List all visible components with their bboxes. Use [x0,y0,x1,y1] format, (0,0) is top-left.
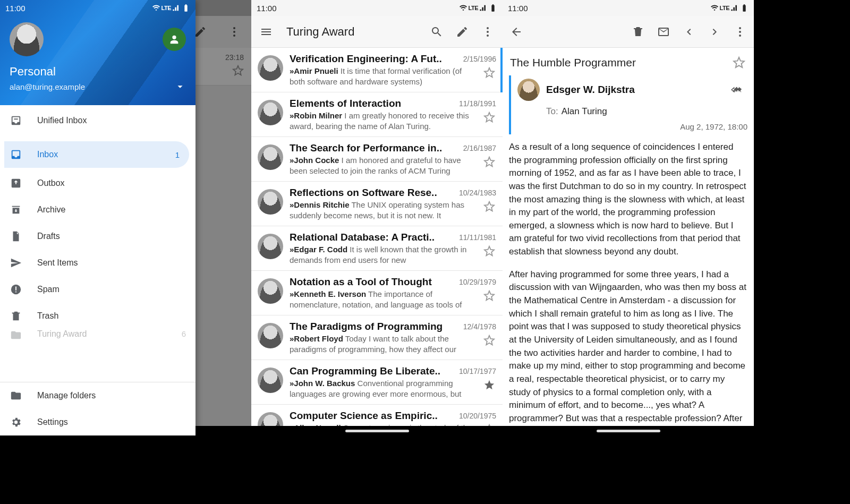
status-time: 11:00 [508,4,528,13]
sender-avatar[interactable] [258,368,283,393]
mail-date: 10/20/1975 [459,410,496,420]
mail-item[interactable]: Can Programming Be Liberate.. 10/17/1977… [251,360,503,405]
sender-avatar[interactable] [258,55,283,81]
inbox-count-badge: 1 [175,150,180,159]
menu-button[interactable] [256,21,277,42]
mail-item[interactable]: Elements of Interaction 11/18/1991 »Robi… [251,92,503,137]
message-header: Edsger W. Dijkstra To: Alan Turing Aug 2… [509,75,747,134]
message-date: Aug 2, 1972, 18:00 [517,122,747,131]
drawer-item-spam[interactable]: Spam [0,276,196,303]
mail-item[interactable]: Relational Database: A Practi.. 11/11/19… [251,226,503,271]
lte-label: LTE [469,5,478,11]
error-icon [10,284,22,295]
to-name: Alan Turing [562,106,607,117]
sender-avatar[interactable] [258,189,283,215]
body-paragraph-1: As a result of a long sequence of coinci… [509,141,747,259]
mail-item[interactable]: The Paradigms of Programming 12/4/1978 »… [251,315,503,360]
drawer-item-sent[interactable]: Sent Items [0,250,196,276]
account-avatar[interactable] [10,22,44,56]
star-outline-icon[interactable] [483,110,496,125]
mail-date: 10/24/1983 [459,187,496,197]
mail-date: 10/17/1977 [459,365,496,375]
mail-subject: Verification Engineering: A Fut.. [290,53,459,65]
drawer-item-inbox[interactable]: Inbox 1 [4,141,189,168]
mail-list[interactable]: Verification Engineering: A Fut.. 2/15/1… [251,48,503,434]
gesture-pill[interactable] [345,430,409,432]
account-name: Personal [10,65,186,79]
status-time: 11:00 [257,4,277,13]
mark-unread-button[interactable] [653,21,674,42]
star-outline-icon[interactable] [483,155,496,170]
star-outline-icon[interactable] [483,200,496,215]
mail-preview: »Edgar F. Codd It is well known that the… [290,244,479,265]
compose-button[interactable] [452,21,473,42]
status-bar: 11:00 LTE [251,0,503,16]
drawer-bottom: Manage folders Settings [0,382,196,435]
message-area: The Humble Programmer Edsger W. Dijkstra… [503,48,754,434]
message-body: As a result of a long sequence of coinci… [509,141,747,434]
sender-avatar[interactable] [258,234,283,259]
status-bar: 11:00 LTE [503,0,754,16]
account-switcher[interactable]: alan@turing.example [10,81,186,92]
search-button[interactable] [426,21,447,42]
mail-item[interactable]: Verification Engineering: A Fut.. 2/15/1… [251,48,503,92]
add-account-button[interactable] [163,28,186,51]
trash-icon [10,310,22,322]
outbox-icon [10,177,22,189]
star-button[interactable] [732,55,746,70]
folder-title: Turing Award [281,25,422,39]
mail-item[interactable]: The Search for Performance in.. 2/16/198… [251,137,503,182]
inbox-combined-icon [10,115,22,126]
mail-date: 11/11/1981 [459,232,496,242]
mail-subject: Computer Science as Empiric.. [290,410,455,422]
phone-message-view: 11:00 LTE The Humble Programmer Edsge [503,0,754,435]
drawer-item-settings[interactable]: Settings [0,409,196,435]
lte-label: LTE [720,5,729,11]
drawer-item-manage-folders[interactable]: Manage folders [0,382,196,409]
more-button[interactable] [477,21,498,42]
appbar: Turing Award [251,16,503,48]
more-button[interactable] [729,21,751,42]
navigation-drawer: 11:00 LTE Personal alan@turing.example [0,0,196,435]
archive-icon [10,204,22,216]
sender-avatar[interactable] [258,144,283,170]
star-outline-icon[interactable] [483,66,496,81]
message-subject: The Humble Programmer [510,56,727,69]
mail-subject: Notation as a Tool of Thought [290,276,455,288]
gesture-pill[interactable] [597,430,660,432]
drawer-item-turing-award[interactable]: Turing Award 6 [0,329,196,341]
mail-date: 10/29/1979 [459,276,496,286]
settings-icon [10,416,22,428]
drawer-item-trash[interactable]: Trash [0,303,196,329]
star-filled-icon[interactable] [483,378,496,393]
file-icon [10,230,22,242]
mail-preview: »Dennis Ritchie The UNIX operating syste… [290,200,479,220]
sender-avatar[interactable] [258,323,283,348]
mail-item[interactable]: Notation as a Tool of Thought 10/29/1979… [251,271,503,315]
folder-icon [10,329,22,341]
next-message-button[interactable] [704,21,725,42]
star-outline-icon[interactable] [483,334,496,348]
system-nav-bar [251,426,503,435]
mail-date: 2/15/1996 [463,53,496,63]
delete-button[interactable] [627,21,649,42]
mail-preview: »Amir Pnueli It is time that formal veri… [290,66,479,87]
phone-navigation-drawer: 23:18 new K-9 ou like it. 11:00 LTE [0,0,251,435]
signal-icon [172,4,181,12]
battery-icon [740,4,749,12]
mail-item[interactable]: Reflections on Software Rese.. 10/24/198… [251,182,503,226]
sender-avatar[interactable] [517,79,540,101]
sender-avatar[interactable] [258,278,283,304]
reply-all-button[interactable] [726,79,747,100]
star-outline-icon[interactable] [483,244,496,259]
back-button[interactable] [506,21,527,42]
drawer-item-outbox[interactable]: Outbox [0,170,196,197]
sender-avatar[interactable] [258,100,283,125]
signal-icon [479,4,488,12]
prev-message-button[interactable] [678,21,700,42]
mail-preview: »Robin Milner I am greatly honored to re… [290,110,479,131]
star-outline-icon[interactable] [483,289,496,304]
drawer-item-drafts[interactable]: Drafts [0,223,196,250]
drawer-item-archive[interactable]: Archive [0,197,196,223]
drawer-item-unified-inbox[interactable]: Unified Inbox [0,107,196,134]
